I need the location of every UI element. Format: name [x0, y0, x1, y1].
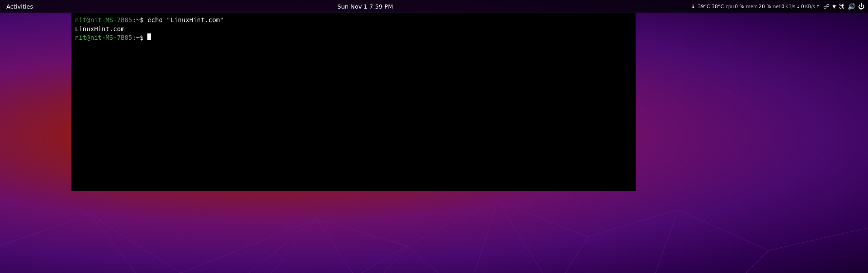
svg-line-18	[407, 246, 439, 273]
svg-line-20	[90, 214, 136, 273]
svg-line-8	[90, 214, 181, 273]
topbar-datetime-area: Sun Nov 1 7:59 PM	[39, 3, 691, 10]
svg-line-4	[588, 210, 678, 237]
terminal-line-1: nit@nit-MS-7B85 :~$ echo "LinuxHint.com"	[75, 16, 632, 25]
volume-icon[interactable]: 🔊	[848, 3, 855, 10]
power-icon[interactable]: ⏻	[858, 3, 864, 10]
svg-line-11	[475, 201, 497, 273]
prompt-user-1: nit@nit-MS-7B85	[75, 16, 132, 25]
svg-line-13	[656, 210, 678, 273]
svg-line-3	[497, 201, 588, 237]
tray-dropdown-icon[interactable]: ▼	[832, 4, 836, 9]
arrow-up-icon: ↑	[816, 4, 820, 9]
svg-line-2	[407, 201, 497, 246]
net-up-value: 0	[801, 4, 804, 9]
mem-value: 20 %	[759, 4, 771, 9]
prompt-suffix-1: :~$	[132, 16, 147, 25]
prompt-user-3: nit@nit-MS-7B85	[75, 33, 132, 42]
svg-line-7	[0, 214, 90, 246]
mem-monitor: mem 20 %	[746, 4, 771, 9]
command-output: LinuxHint.com	[75, 25, 125, 34]
command-1: echo "LinuxHint.com"	[147, 16, 224, 25]
svg-line-12	[565, 237, 588, 273]
activities-button[interactable]: Activities	[0, 0, 39, 13]
datetime-display: Sun Nov 1 7:59 PM	[337, 3, 393, 10]
net-kb-up-label: KB/s	[805, 4, 815, 9]
system-tray: ☍ ▼ ⌘ 🔊 ⏻	[823, 3, 864, 10]
svg-line-1	[316, 219, 407, 246]
svg-line-6	[769, 228, 868, 250]
svg-line-16	[316, 219, 353, 273]
desktop-pattern	[0, 192, 868, 273]
terminal-line-3: nit@nit-MS-7B85 :~$	[75, 33, 632, 42]
topbar-right-area: 🌡 39°C 38°C cpu 0 % mem 20 % net 0 KB/s …	[691, 3, 868, 10]
accessibility-icon[interactable]: ☍	[823, 3, 830, 10]
net-down-value: 0	[781, 4, 784, 9]
cpu-value: 0 %	[735, 4, 744, 9]
mem-label: mem	[746, 4, 758, 9]
thermometer-icon: 🌡	[691, 4, 696, 9]
svg-line-14	[746, 250, 769, 273]
svg-line-9	[271, 219, 316, 273]
desktop: Activities Sun Nov 1 7:59 PM 🌡 39°C 38°C…	[0, 0, 868, 273]
cpu-label: cpu	[726, 4, 734, 9]
prompt-suffix-3: :~$	[132, 33, 147, 42]
svg-line-19	[497, 201, 542, 273]
terminal-line-2: LinuxHint.com	[75, 25, 632, 34]
arrow-down-icon: ↓	[796, 4, 800, 9]
svg-line-10	[384, 246, 407, 273]
terminal-body[interactable]: nit@nit-MS-7B85 :~$ echo "LinuxHint.com"…	[71, 13, 636, 191]
svg-line-0	[181, 219, 316, 273]
svg-line-15	[249, 219, 316, 273]
temperature-value: 39°C 38°C	[698, 4, 724, 9]
terminal-window[interactable]: nit@nit-MS-7B85 :~$ echo "LinuxHint.com"…	[71, 13, 636, 191]
wifi-icon[interactable]: ⌘	[839, 3, 845, 10]
cpu-monitor: cpu 0 %	[726, 4, 744, 9]
temperature-monitor: 🌡 39°C 38°C	[691, 4, 724, 9]
net-monitor: net 0 KB/s ↓ 0 KB/s ↑	[773, 4, 820, 9]
svg-line-5	[678, 210, 769, 250]
svg-line-17	[362, 246, 407, 273]
terminal-cursor	[147, 33, 151, 40]
topbar: Activities Sun Nov 1 7:59 PM 🌡 39°C 38°C…	[0, 0, 868, 13]
net-kb-down-label: KB/s	[785, 4, 795, 9]
net-label: net	[773, 4, 780, 9]
